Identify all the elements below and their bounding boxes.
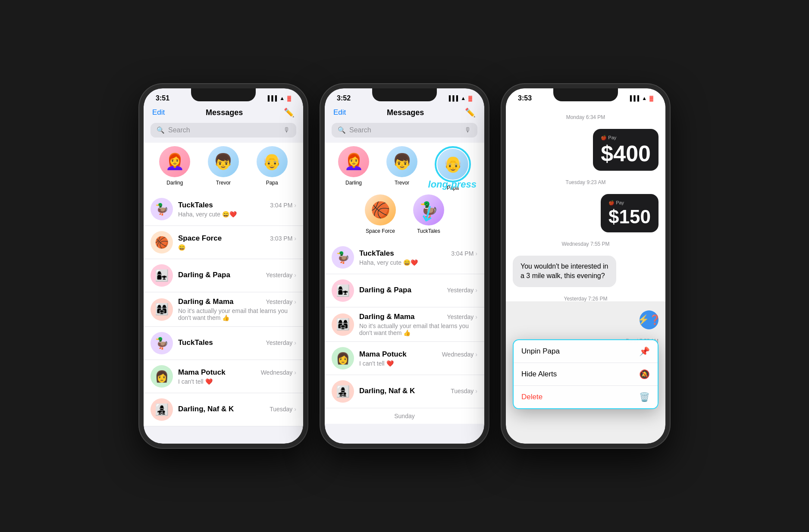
search-input-1[interactable]: Search [168,126,280,134]
pinned-darling-1[interactable]: 👩‍🦰 Darling [159,146,190,186]
timestamp-wednesday: Wednesday 7:55 PM [513,241,658,247]
search-bar-2[interactable]: 🔍 Search 🎙 [332,123,477,138]
avatar-darlingnaf-2: 👩‍👧‍👦 [332,380,354,403]
message-time: Yesterday › [447,287,477,294]
message-preview-mamapotuck: I can't tell ❤️ [178,378,296,385]
time-2: 3:52 [337,94,351,102]
signal-icon: ▐▐▐ [266,95,277,101]
screen-3: 3:53 ▐▐▐ ▲ ▓ Monday 6:34 PM 🍎 Pay $400 T… [506,88,665,444]
context-menu-hide-alerts[interactable]: Hide Alerts 🔕 [514,363,658,386]
mic-icon-2[interactable]: 🎙 [464,126,471,134]
message-time-darlingmama: Yesterday › [266,298,296,305]
table-row[interactable]: 👩‍👧‍👦 Darling, Naf & K Tuesday › [325,375,484,408]
message-content-1: TuckTales 3:04 PM › Haha, very cute 😄❤️ [178,201,296,218]
long-press-label: long-press [428,179,477,190]
message-time-darlingpapa: Yesterday › [266,272,296,279]
hide-alerts-label: Hide Alerts [521,370,557,379]
avatar-darlingpapa-1: 👩‍👧 [151,264,173,287]
papa-ring: 👴 [435,146,471,182]
pinned-name-spaceforce-2: Space Force [366,228,395,234]
avatar-darlingmama-2: 👩‍👩‍👧 [332,313,354,336]
message-time: Tuesday › [451,388,477,394]
search-icon-1: 🔍 [157,126,165,134]
screen-2: 3:52 ▐▐▐ ▲ ▓ Edit Messages ✏️ 🔍 Search 🎙… [325,88,484,444]
mic-icon-1[interactable]: 🎙 [283,126,290,134]
status-icons-3: ▐▐▐ ▲ ▓ [628,95,653,101]
message-name: Mama Potuck [359,350,407,359]
avatar-papa-1: 👴 [257,146,288,177]
message-time-mamapotuck: Wednesday › [261,369,296,376]
signal-icon-3: ▐▐▐ [628,95,640,101]
message-time-tucktales2: Yesterday › [266,339,296,346]
pinned-name-tucktales-2: TuckTales [417,228,440,234]
pinned-darling-2[interactable]: 👩‍🦰 Darling [338,146,369,191]
received-bubble-inner: You wouldn't be interested in a 3 mile w… [513,256,616,287]
phone-2: 3:52 ▐▐▐ ▲ ▓ Edit Messages ✏️ 🔍 Search 🎙… [320,84,489,448]
compose-button-1[interactable]: ✏️ [284,107,295,118]
message-list-1: 🦆 TuckTales 3:04 PM › Haha, very cute 😄❤… [144,193,303,426]
table-row[interactable]: 👩‍👧 Darling & Papa Yesterday › [325,274,484,307]
context-menu-delete[interactable]: Delete 🗑️ [514,386,658,408]
wifi-icon-2: ▲ [461,95,466,101]
avatar-darling-1: 👩‍🦰 [159,146,190,177]
message-content-4: Darling & Mama Yesterday › No it's actua… [178,297,296,321]
pinned-spaceforce-2[interactable]: 🏀 Space Force [365,194,396,234]
timestamp-yesterday: Yesterday 7:26 PM [513,296,658,302]
payment-bubble-inner-400: 🍎 Pay $400 [593,129,658,171]
avatar-tucktales-2list: 🦆 [332,246,354,269]
signal-icon-2: ▐▐▐ [447,95,458,101]
hide-alerts-icon: 🔕 [639,369,650,379]
message-name-spaceforce: Space Force [178,234,222,243]
search-icon-2: 🔍 [338,126,346,134]
payment-bubble-150: 🍎 Pay $150 [513,194,658,232]
compose-button-2[interactable]: ✏️ [465,107,476,118]
table-row[interactable]: 🦆 TuckTales 3:04 PM › Haha, very cute 😄❤… [144,193,303,226]
table-row[interactable]: 🦆 TuckTales Yesterday › [144,327,303,360]
avatar-darlingmama-1: 👩‍👩‍👧 [151,298,173,321]
table-row[interactable]: 🏀 Space Force 3:03 PM › 😄 [144,226,303,259]
table-row[interactable]: 👩 Mama Potuck Wednesday › I can't tell ❤… [144,360,303,393]
table-row[interactable]: 👩‍👧‍👦 Darling, Naf & K Tuesday › [144,393,303,426]
pinned-name-papa-1: Papa [266,180,278,186]
message-time: Yesterday › [447,313,477,320]
table-row[interactable]: 👩‍👩‍👧 Darling & Mama Yesterday › No it's… [144,292,303,327]
edit-button-2[interactable]: Edit [333,108,346,117]
edit-button-1[interactable]: Edit [152,108,165,117]
pinned-trevor-2[interactable]: 👦 Trevor [386,146,417,191]
timestamp-monday: Monday 6:34 PM [513,114,658,120]
notch-1 [191,88,256,101]
wifi-icon-3: ▲ [642,95,647,101]
avatar-darlingnaf-1: 👩‍👧‍👦 [151,398,173,421]
received-text: You wouldn't be interested in a 3 mile w… [521,262,608,281]
pinned-row2-2: 🏀 Space Force 🦆 TuckTales [325,194,484,241]
avatar-tucktales-1: 🦆 [151,198,173,220]
status-icons-1: ▐▐▐ ▲ ▓ [266,95,291,101]
status-icons-2: ▐▐▐ ▲ ▓ [447,95,472,101]
pinned-papa-1[interactable]: 👴 Papa [257,146,288,186]
pinned-section-1: 👩‍🦰 Darling 👦 Trevor 👴 Papa [144,143,303,193]
timestamp-tuesday: Tuesday 9:23 AM [513,179,658,185]
table-row[interactable]: 👩‍👧 Darling & Papa Yesterday › [144,259,303,292]
search-input-2[interactable]: Search [349,126,461,134]
avatar-darlingpapa-2: 👩‍👧 [332,279,354,302]
payment-bubble-inner-150: 🍎 Pay $150 [601,194,658,232]
table-row[interactable]: 👩 Mama Potuck Wednesday › I can't tell ❤… [325,342,484,375]
delete-icon: 🗑️ [639,392,650,402]
search-bar-1[interactable]: 🔍 Search 🎙 [151,123,296,138]
message-name-tucktales2: TuckTales [178,338,213,347]
table-row[interactable]: 👩‍👩‍👧 Darling & Mama Yesterday › No it's… [325,307,484,342]
pinned-name-trevor-1: Trevor [216,180,231,186]
message-preview: I can't tell ❤️ [359,360,477,367]
table-row[interactable]: 🦆 TuckTales 3:04 PM › Haha, very cute 😄❤… [325,241,484,274]
message-time: 3:04 PM › [451,250,477,257]
footer-sunday: Sunday [325,408,484,424]
nav-bar-1: Edit Messages ✏️ [144,106,303,123]
message-name: TuckTales [359,249,394,258]
received-bubble: You wouldn't be interested in a 3 mile w… [513,256,658,287]
battery-icon-3: ▓ [649,95,653,101]
nav-bar-2: Edit Messages ✏️ [325,106,484,123]
unpin-label: Unpin Papa [521,347,560,356]
context-menu-unpin[interactable]: Unpin Papa 📌 [514,340,658,363]
pinned-trevor-1[interactable]: 👦 Trevor [208,146,239,186]
message-content-6: Mama Potuck Wednesday › I can't tell ❤️ [178,368,296,385]
